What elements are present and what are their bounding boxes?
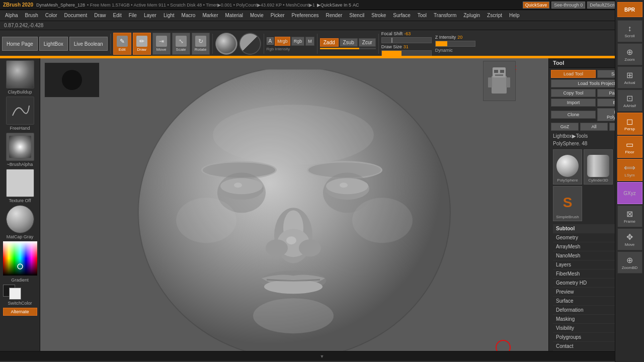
z-intensity-slider[interactable]: [435, 41, 475, 47]
svg-point-23: [286, 236, 296, 244]
import-button[interactable]: Import: [551, 99, 596, 107]
all-button[interactable]: All: [580, 123, 608, 131]
titlebar: ZBrush 2020 DynaMesh_Sphere_128 • Free M…: [0, 0, 644, 10]
menu-item-draw[interactable]: Draw: [91, 12, 109, 19]
home-button[interactable]: Home Page: [2, 37, 38, 51]
menu-item-preferences[interactable]: Preferences: [289, 12, 322, 19]
freehand-brush[interactable]: FreeHand: [3, 97, 37, 131]
polysphere-thumbnail[interactable]: PolySphere: [553, 149, 582, 185]
bpr-button[interactable]: BPR: [617, 2, 642, 17]
floor-button[interactable]: ▭ Floor: [617, 136, 642, 158]
load-tool-button[interactable]: Load Tool: [551, 70, 596, 78]
viewport[interactable]: X Y Z: [40, 58, 548, 351]
color-picker[interactable]: [3, 241, 37, 276]
head-svg: [113, 69, 475, 351]
zsub-button[interactable]: Zsub: [340, 38, 358, 47]
menu-item-edit[interactable]: Edit: [110, 12, 125, 19]
m-button[interactable]: M: [305, 37, 314, 46]
seethrough-button[interactable]: See-through 0: [551, 2, 585, 9]
menu-item-layer[interactable]: Layer: [141, 12, 159, 19]
focal-slider[interactable]: [381, 37, 432, 43]
menu-item-render[interactable]: Render: [323, 12, 346, 19]
menu-item-zscript[interactable]: Zscript: [484, 12, 505, 19]
material-ball[interactable]: [215, 33, 237, 55]
coordbar: 0.87,0.242,-0.428: [0, 21, 644, 30]
bottombar: ▼: [0, 351, 644, 361]
ac-label: AC: [353, 3, 359, 8]
move-vp-button[interactable]: ✥ Move: [617, 228, 642, 250]
brush-alpha[interactable]: ~BrushAlpha: [3, 133, 37, 167]
aahalf-button[interactable]: ⊡ AAHalf: [617, 89, 642, 112]
live-boolean-button[interactable]: Live Boolean: [69, 37, 108, 51]
persp-button[interactable]: ◻ Persp: [617, 113, 642, 135]
separator-3: [264, 34, 264, 54]
z-intensity-label: Z Intensity: [435, 35, 456, 40]
move-button[interactable]: ⇥ Move: [152, 33, 171, 55]
focal-shift-value: -63: [404, 31, 411, 36]
clone-button[interactable]: Clone: [551, 111, 596, 119]
gxyz-button[interactable]: GXyz: [617, 182, 642, 204]
head-sculpture: [113, 69, 475, 351]
menu-item-marker[interactable]: Marker: [199, 12, 221, 19]
zcur-button[interactable]: Zcur: [359, 38, 376, 47]
menu-item-movie[interactable]: Movie: [247, 12, 267, 19]
frame-icon: ⊠: [626, 209, 633, 219]
mrgb-button[interactable]: Mrgb: [275, 37, 290, 46]
persp-icon: ◻: [626, 117, 633, 126]
polysphere-count: PolySphere. 48: [553, 141, 587, 146]
menu-item-zplugin[interactable]: Zplugin: [460, 12, 483, 19]
actual-button[interactable]: ⊞ Actual: [617, 66, 642, 88]
cylinder3d-thumbnail[interactable]: Cylinder3D: [584, 149, 613, 185]
toolbar-orange-line: [0, 56, 644, 57]
menu-item-surface[interactable]: Surface: [390, 12, 413, 19]
menu-item-material[interactable]: Material: [222, 12, 247, 19]
menu-item-color[interactable]: Color: [42, 12, 60, 19]
floor-icon: ▭: [626, 140, 633, 149]
scroll-button[interactable]: ↕ Scroll: [617, 20, 642, 42]
texture-off[interactable]: Texture Off: [3, 169, 37, 203]
menu-item-alpha[interactable]: Alpha: [2, 12, 21, 19]
simplebrush-thumbnail[interactable]: S SimpleBrush: [553, 186, 582, 221]
secondary-color[interactable]: [9, 288, 21, 300]
menu-item-help[interactable]: Help: [506, 12, 523, 19]
zadd-button[interactable]: Zadd: [320, 38, 339, 47]
frame-button[interactable]: ⊠ Frame: [617, 205, 642, 227]
color-swap[interactable]: [3, 285, 23, 299]
clay-buildup-brush[interactable]: ClayBuildup: [3, 60, 37, 95]
menu-item-tool[interactable]: Tool: [415, 12, 430, 19]
material-half[interactable]: [239, 33, 261, 55]
main-area: ClayBuildup FreeHand ~BrushAlpha Texture…: [0, 58, 644, 351]
menu-item-macro[interactable]: Macro: [179, 12, 199, 19]
rotate-button[interactable]: ↻ Rotate: [192, 33, 210, 55]
robot-head-svg: [486, 63, 513, 99]
menu-item-stroke[interactable]: Stroke: [368, 12, 389, 19]
edit-button[interactable]: ✎ Edit: [113, 33, 131, 55]
menu-item-transform[interactable]: Transform: [431, 12, 459, 19]
menu-item-brush[interactable]: Brush: [22, 12, 41, 19]
zoom3d-button[interactable]: ⊕ ZoomBD: [617, 251, 642, 274]
quicksave-button[interactable]: QuickSave: [523, 2, 550, 9]
svg-point-29: [213, 105, 374, 165]
rgb-button[interactable]: Rgb: [291, 37, 305, 46]
menu-item-file[interactable]: File: [126, 12, 140, 19]
toolbar: Home Page LightBox Live Boolean ✎ Edit ✏…: [0, 30, 644, 58]
freehand-icon: [10, 101, 30, 121]
goz-button[interactable]: GoZ: [551, 123, 579, 131]
freehand-label: FreeHand: [10, 126, 30, 131]
a-label: A: [267, 37, 274, 45]
menu-item-light[interactable]: Light: [160, 12, 178, 19]
lsym-button[interactable]: ⟺ LSym: [617, 159, 642, 181]
zoom-button[interactable]: ⊕ Zoom: [617, 43, 642, 65]
menu-item-document[interactable]: Document: [61, 12, 91, 19]
matcap-gray[interactable]: MatCap Gray: [3, 205, 37, 239]
alternate-button[interactable]: Alternate: [3, 308, 37, 316]
switch-colors: [3, 285, 37, 299]
menu-item-stencil[interactable]: Stencil: [346, 12, 367, 19]
switch-color-label: SwitchColor: [8, 301, 32, 306]
draw-button[interactable]: ✏ Draw: [133, 33, 151, 55]
scale-button[interactable]: ⤡ Scale: [172, 33, 190, 55]
lightbox-button[interactable]: LightBox: [39, 37, 68, 51]
copy-tool-button[interactable]: Copy Tool: [551, 89, 596, 97]
menu-item-picker[interactable]: Picker: [268, 12, 288, 19]
color-mode-group: A Mrgb Rgb M Rgb Intensity: [267, 37, 314, 51]
